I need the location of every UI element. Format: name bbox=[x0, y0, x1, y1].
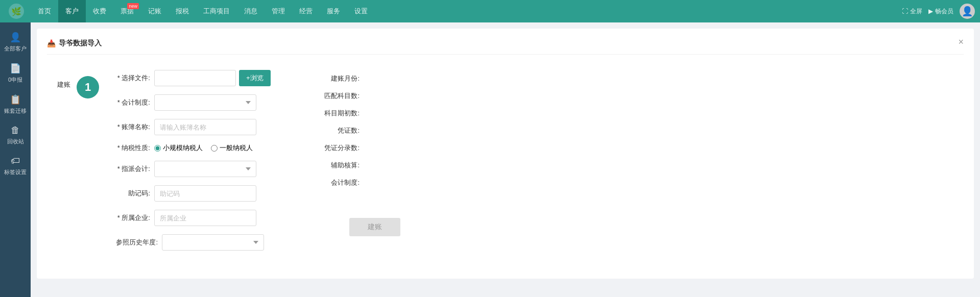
migration-icon: 📋 bbox=[10, 94, 21, 105]
accounting-system-info-row: 会计制度: bbox=[314, 178, 416, 187]
form-fields: * 选择文件: +浏览 * 会计制度: bbox=[109, 70, 273, 251]
tax-radio-group: 小规模纳税人 一般纳税人 bbox=[154, 143, 253, 153]
modal-title: 导爷数据导入 bbox=[59, 39, 102, 48]
assign-accountant-row: * 指派会计: bbox=[109, 161, 273, 177]
sidebar-item-all-clients[interactable]: 👤 全部客户 bbox=[0, 27, 31, 58]
nav-item-invoices[interactable]: 票据 new bbox=[113, 0, 141, 22]
modal-header: 📥 导爷数据导入 bbox=[47, 39, 964, 55]
accounting-system-row: * 会计制度: bbox=[109, 94, 273, 111]
file-input[interactable] bbox=[154, 70, 236, 86]
file-input-group: +浏览 bbox=[154, 70, 271, 86]
memo-code-row: 助记码: bbox=[109, 185, 273, 202]
browse-button[interactable]: +浏览 bbox=[239, 70, 271, 86]
build-month-row: 建账月份: bbox=[314, 74, 416, 83]
nav-item-clients[interactable]: 客户 bbox=[58, 0, 86, 22]
nav-right-area: ⛶ 全屏 ▶ 畅会员 👤 bbox=[902, 4, 975, 19]
main-layout: 👤 全部客户 📄 0申报 📋 账套迁移 🗑 回收站 🏷 标签设置 📥 导爷数据导… bbox=[0, 22, 980, 297]
modal-title-icon: 📥 bbox=[47, 39, 56, 47]
history-year-label: 参照历史年度: bbox=[109, 238, 158, 247]
voucher-entry-row: 凭证分录数: bbox=[314, 143, 416, 153]
top-navigation: 🌿 首页 客户 收费 票据 new 记账 报税 工商项目 消息 管理 经营 服务… bbox=[0, 0, 980, 22]
match-subjects-row: 匹配科目数: bbox=[314, 91, 416, 101]
avatar-icon: 👤 bbox=[962, 6, 973, 17]
company-input[interactable] bbox=[154, 210, 256, 226]
ledger-name-row: * 账簿名称: bbox=[109, 119, 273, 135]
nav-item-home[interactable]: 首页 bbox=[31, 0, 58, 22]
memo-code-input[interactable] bbox=[154, 185, 256, 202]
initial-subjects-label: 科目期初数: bbox=[314, 109, 360, 118]
sidebar-item-account-migration[interactable]: 📋 账套迁移 bbox=[0, 89, 31, 120]
aux-accounting-row: 辅助核算: bbox=[314, 161, 416, 170]
initial-subjects-row: 科目期初数: bbox=[314, 109, 416, 118]
form-layout: 建账 1 * 选择文件: +浏览 bbox=[47, 65, 964, 256]
voucher-entry-label: 凭证分录数: bbox=[314, 143, 360, 153]
recycle-icon: 🗑 bbox=[11, 125, 20, 136]
ledger-name-label: * 账簿名称: bbox=[109, 122, 150, 132]
accounting-system-info-label: 会计制度: bbox=[314, 178, 360, 187]
fullscreen-button[interactable]: ⛶ 全屏 bbox=[902, 7, 922, 16]
company-label: * 所属企业: bbox=[109, 213, 150, 222]
nav-item-tax[interactable]: 报税 bbox=[169, 0, 196, 22]
form-right-section: 建账月份: 匹配科目数: 科目期初数: 凭证数: bbox=[314, 74, 416, 251]
fullscreen-icon: ⛶ bbox=[902, 8, 908, 15]
history-year-row: 参照历史年度: bbox=[109, 234, 273, 251]
assign-accountant-select[interactable] bbox=[154, 161, 256, 177]
step-label: 建账 bbox=[57, 80, 70, 89]
accounting-system-select[interactable] bbox=[154, 94, 256, 111]
company-row: * 所属企业: bbox=[109, 210, 273, 226]
history-year-select[interactable] bbox=[162, 234, 264, 251]
new-badge: new bbox=[127, 3, 139, 9]
sidebar: 👤 全部客户 📄 0申报 📋 账套迁移 🗑 回收站 🏷 标签设置 bbox=[0, 22, 31, 297]
tax-option-general[interactable]: 一般纳税人 bbox=[211, 143, 253, 153]
nav-items: 首页 客户 收费 票据 new 记账 报税 工商项目 消息 管理 经营 服务 设… bbox=[31, 0, 902, 22]
sidebar-item-zero-declaration[interactable]: 📄 0申报 bbox=[0, 58, 31, 89]
file-row: * 选择文件: +浏览 bbox=[109, 70, 273, 86]
aux-accounting-label: 辅助核算: bbox=[314, 161, 360, 170]
nav-item-operations[interactable]: 经营 bbox=[292, 0, 320, 22]
match-subjects-label: 匹配科目数: bbox=[314, 91, 360, 101]
member-button[interactable]: ▶ 畅会员 bbox=[928, 7, 953, 16]
nav-item-bookkeeping[interactable]: 记账 bbox=[141, 0, 169, 22]
nav-item-manage[interactable]: 管理 bbox=[265, 0, 292, 22]
step-circle-1: 1 bbox=[77, 76, 99, 98]
build-account-button[interactable]: 建账 bbox=[349, 218, 400, 236]
memo-code-label: 助记码: bbox=[109, 189, 150, 198]
build-month-label: 建账月份: bbox=[314, 74, 360, 83]
voucher-row: 凭证数: bbox=[314, 126, 416, 135]
tax-type-row: * 纳税性质: 小规模纳税人 一般纳税人 bbox=[109, 143, 273, 153]
ledger-name-input[interactable] bbox=[154, 119, 256, 135]
voucher-label: 凭证数: bbox=[314, 126, 360, 135]
nav-item-services[interactable]: 服务 bbox=[320, 0, 347, 22]
content-area: 📥 导爷数据导入 × 建账 1 * bbox=[31, 22, 980, 297]
nav-item-fees[interactable]: 收费 bbox=[86, 0, 113, 22]
tax-option-small[interactable]: 小规模纳税人 bbox=[154, 143, 203, 153]
import-modal-card: 📥 导爷数据导入 × 建账 1 * bbox=[37, 29, 974, 279]
member-icon: ▶ bbox=[928, 8, 933, 15]
declaration-icon: 📄 bbox=[10, 63, 21, 74]
tax-type-label: * 纳税性质: bbox=[109, 143, 150, 153]
nav-item-settings[interactable]: 设置 bbox=[347, 0, 375, 22]
logo-icon: 🌿 bbox=[9, 4, 24, 19]
app-logo: 🌿 bbox=[5, 0, 28, 22]
sidebar-item-recycle-bin[interactable]: 🗑 回收站 bbox=[0, 120, 31, 151]
form-left-section: 建账 1 * 选择文件: +浏览 bbox=[57, 70, 273, 251]
all-clients-icon: 👤 bbox=[10, 32, 21, 43]
user-avatar[interactable]: 👤 bbox=[960, 4, 975, 19]
file-label: * 选择文件: bbox=[109, 73, 150, 83]
tax-radio-small[interactable] bbox=[154, 145, 161, 152]
accounting-system-label: * 会计制度: bbox=[109, 98, 150, 107]
sidebar-item-tag-settings[interactable]: 🏷 标签设置 bbox=[0, 151, 31, 181]
tag-icon: 🏷 bbox=[11, 156, 20, 166]
nav-item-messages[interactable]: 消息 bbox=[237, 0, 265, 22]
close-button[interactable]: × bbox=[958, 37, 964, 47]
tax-radio-general[interactable] bbox=[211, 145, 218, 152]
assign-accountant-label: * 指派会计: bbox=[109, 164, 150, 174]
nav-item-business[interactable]: 工商项目 bbox=[196, 0, 237, 22]
